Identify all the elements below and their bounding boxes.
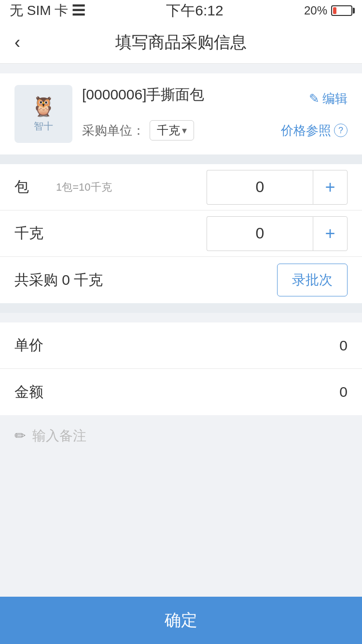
product-name: [0000006]手撕面包 bbox=[82, 85, 204, 105]
notes-section[interactable]: ✏ 输入备注 bbox=[0, 415, 362, 457]
form-section: 包 1包=10千克 + 千克 + 共采购 0 千克 录批次 bbox=[0, 164, 362, 303]
section-divider-1 bbox=[0, 154, 362, 164]
nav-bar: ‹ 填写商品采购信息 bbox=[0, 21, 362, 64]
price-label: 单价 bbox=[14, 336, 43, 355]
price-ref-button[interactable]: 价格参照 ? bbox=[281, 122, 348, 139]
battery-percent: 20% bbox=[304, 4, 327, 17]
status-battery-area: 20% bbox=[304, 4, 352, 17]
price-info-section: 单价 0 金额 0 bbox=[0, 322, 362, 415]
form-row-kg: 千克 + bbox=[0, 210, 362, 257]
summary-value: 0 bbox=[62, 272, 70, 288]
chevron-down-icon: ▾ bbox=[182, 125, 187, 136]
status-bar: 无 SIM 卡 ☰ 下午6:12 20% bbox=[0, 0, 362, 21]
confirm-label: 确定 bbox=[165, 609, 197, 631]
kg-input-wrap: + bbox=[207, 216, 348, 251]
back-button[interactable]: ‹ bbox=[10, 28, 25, 57]
status-time: 下午6:12 bbox=[166, 1, 223, 21]
product-image: 🦉 智十 bbox=[14, 85, 72, 143]
product-logo-icon: 🦉 bbox=[31, 95, 56, 118]
status-signal: 无 SIM 卡 ☰ bbox=[10, 1, 85, 20]
product-card: 🦉 智十 [0000006]手撕面包 ✎ 编辑 采购单位： 千克 ▾ 价格参照 … bbox=[0, 73, 362, 154]
product-unit-row: 采购单位： 千克 ▾ 价格参照 ? bbox=[82, 120, 348, 140]
summary-row: 共采购 0 千克 录批次 bbox=[0, 257, 362, 303]
edit-button[interactable]: ✎ 编辑 bbox=[309, 90, 348, 107]
kg-plus-button[interactable]: + bbox=[313, 216, 348, 251]
page-title: 填写商品采购信息 bbox=[115, 31, 247, 54]
main-content-area bbox=[0, 457, 362, 602]
bao-plus-button[interactable]: + bbox=[313, 170, 348, 205]
battery-icon bbox=[331, 5, 352, 16]
form-row-bao: 包 1包=10千克 + bbox=[0, 164, 362, 210]
section-divider-2 bbox=[0, 303, 362, 313]
kg-label: 千克 bbox=[14, 224, 53, 243]
bao-label: 包 bbox=[14, 177, 53, 197]
amount-label: 金额 bbox=[14, 382, 43, 402]
bao-input-wrap: + bbox=[207, 170, 348, 205]
price-value: 0 bbox=[339, 337, 348, 354]
battery-fill bbox=[333, 7, 336, 14]
price-ref-label: 价格参照 bbox=[281, 122, 331, 139]
price-row: 单价 0 bbox=[0, 322, 362, 369]
unit-value: 千克 bbox=[157, 123, 180, 138]
product-logo-text: 智十 bbox=[34, 120, 53, 133]
amount-row: 金额 0 bbox=[0, 369, 362, 415]
notes-placeholder: 输入备注 bbox=[32, 427, 86, 445]
price-ref-help-icon: ? bbox=[334, 124, 348, 137]
edit-icon: ✎ bbox=[309, 91, 320, 106]
bao-input[interactable] bbox=[207, 170, 313, 205]
kg-input[interactable] bbox=[207, 216, 313, 251]
edit-label: 编辑 bbox=[322, 90, 348, 107]
unit-badge[interactable]: 千克 ▾ bbox=[150, 120, 194, 140]
purchase-unit-label: 采购单位： bbox=[82, 122, 145, 139]
confirm-bar[interactable]: 确定 bbox=[0, 597, 362, 644]
product-info: [0000006]手撕面包 ✎ 编辑 采购单位： 千克 ▾ 价格参照 ? bbox=[82, 85, 348, 140]
bao-sublabel: 1包=10千克 bbox=[56, 180, 112, 195]
amount-value: 0 bbox=[339, 384, 348, 400]
summary-text: 共采购 0 千克 bbox=[14, 270, 103, 290]
pencil-icon: ✏ bbox=[14, 428, 26, 444]
summary-label: 共采购 bbox=[14, 272, 58, 288]
record-batch-button[interactable]: 录批次 bbox=[277, 264, 348, 296]
summary-unit: 千克 bbox=[74, 272, 103, 288]
